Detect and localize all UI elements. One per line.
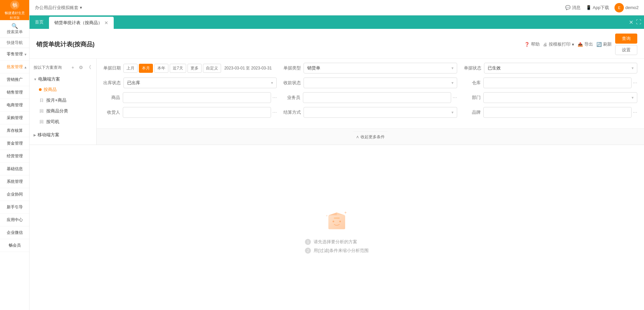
tab-home[interactable]: 首页 (30, 15, 49, 29)
quick-nav-label: 快捷导航 (0, 40, 29, 46)
help-btn[interactable]: ❓ 帮助 (524, 41, 540, 47)
sidebar-item-ecommerce[interactable]: 电商管理 (0, 99, 29, 112)
app-logo[interactable]: 畅 畅捷通好生意 标准版 (0, 0, 29, 20)
filter-field-goods: 商品 ··· (103, 92, 277, 103)
receiver-dots-btn[interactable]: ··· (272, 109, 277, 115)
doc-status-select[interactable]: 已生效 ▾ (484, 63, 637, 73)
message-btn[interactable]: 💬 消息 (565, 5, 581, 11)
scheme-item-by-cashier[interactable]: 回 按司机 (30, 116, 96, 127)
settings-btn[interactable]: 设置 (615, 45, 637, 55)
download-icon: 📱 (586, 5, 591, 10)
outbound-select[interactable]: 已出库 ▾ (123, 78, 277, 88)
sidebar-item-apps[interactable]: 应用中心 (0, 214, 29, 226)
date-control: 上月 本月 本年 近7天 更多 自定义 2023-03-01 至 2023-03… (123, 64, 277, 73)
scheme-add-btn[interactable]: + (69, 64, 76, 71)
brand-dots-btn[interactable]: ··· (633, 109, 637, 115)
date-btn-this-year[interactable]: 本年 (154, 64, 168, 73)
filter-field-warehouse: 仓库 ··· (464, 78, 637, 88)
export-btn[interactable]: 📤 导出 (578, 41, 593, 47)
sidebar-item-procurement[interactable]: 采购管理 (0, 112, 29, 124)
sidebar-item-inventory[interactable]: 库存核算 (0, 124, 29, 137)
print-template-btn[interactable]: 🖨 按模板打印 ▾ (543, 41, 574, 47)
goods-control: ··· (123, 92, 277, 103)
query-btn[interactable]: 查询 (615, 34, 637, 44)
payment-select[interactable]: ▾ (304, 78, 457, 88)
sidebar-item-member[interactable]: 畅会员 (0, 239, 29, 252)
brand-input[interactable] (483, 107, 632, 118)
date-btn-7days[interactable]: 近7天 (170, 64, 186, 73)
message-label: 消息 (572, 5, 581, 11)
salesman-dots-btn[interactable]: ··· (452, 95, 457, 101)
scheme-item-by-goods[interactable]: 按商品 (30, 84, 96, 95)
goods-dots-btn[interactable]: ··· (272, 95, 277, 101)
scheme-item-by-category[interactable]: 回 按商品分类 (30, 106, 96, 116)
quick-nav[interactable]: 快捷导航 (0, 38, 29, 48)
sidebar-item-wechat[interactable]: 企业微信 (0, 226, 29, 239)
sidebar-sales-label: 销售管理 (0, 90, 29, 95)
date-btn-custom[interactable]: 自定义 (203, 64, 221, 73)
date-btn-last-month[interactable]: 上月 (123, 64, 138, 73)
pc-group-label: 电脑端方案 (38, 76, 60, 82)
doc-type-value: 销货单 (307, 65, 320, 71)
date-btn-more[interactable]: 更多 (187, 64, 202, 73)
scheme-panel-title: 按以下方案查询 (34, 65, 67, 70)
scheme-settings-btn[interactable]: ⚙ (77, 64, 84, 71)
sidebar-item-enterprise[interactable]: 企业协同 (0, 188, 29, 201)
sidebar-item-system[interactable]: 系统管理 (0, 175, 29, 188)
sidebar-item-newbie[interactable]: 新手引导 (0, 201, 29, 214)
empty-tip-1: 1 请先选择要分析的方案 (305, 239, 368, 245)
tab-bar-actions: ✕ ⛶ (629, 19, 644, 25)
tab-close-icon[interactable]: ✕ (104, 20, 108, 25)
salesman-input[interactable] (303, 92, 451, 103)
filter-collapse-area: ∧ 收起更多条件 (97, 128, 644, 145)
collapse-btn[interactable]: ∧ 收起更多条件 (353, 131, 387, 143)
refresh-btn[interactable]: 🔄 刷新 (596, 41, 612, 47)
dept-control: ▾ (483, 92, 637, 103)
scheme-category-icon: 回 (39, 108, 44, 114)
tab-close-btn[interactable]: ✕ (629, 19, 633, 25)
sidebar-item-marketing[interactable]: 营销推广 (0, 73, 29, 86)
doc-type-arrow-icon: ▾ (451, 66, 453, 70)
industry-selector[interactable]: 办公用品行业模拟账套 ▾ (35, 5, 82, 11)
scheme-collapse-btn[interactable]: 《 (86, 64, 92, 71)
sidebar-item-retail[interactable]: 零售管理 ▼ (0, 48, 29, 61)
receiver-input[interactable] (123, 107, 271, 118)
sidebar-item-sales[interactable]: 销售管理 (0, 86, 29, 99)
receiver-label: 收货人 (103, 109, 120, 115)
sales-stats-tab-label: 销货单统计表（按商品） (54, 20, 102, 26)
scheme-by-category-label: 按商品分类 (46, 108, 68, 114)
dept-select[interactable]: ▾ (483, 92, 637, 103)
print-dropdown-icon: ▾ (572, 42, 574, 47)
help-label: 帮助 (531, 41, 540, 47)
settlement-select[interactable]: ▾ (304, 107, 457, 118)
sidebar-newbie-label: 新手引导 (0, 204, 29, 210)
warehouse-dots-btn[interactable]: ··· (633, 80, 637, 86)
user-profile[interactable]: E demo2 (614, 3, 639, 12)
sidebar-enterprise-label: 企业协同 (0, 192, 29, 197)
tab-sales-stats[interactable]: 销货单统计表（按商品） ✕ (49, 17, 114, 29)
sidebar-ecommerce-label: 电商管理 (0, 102, 29, 108)
date-btn-this-month[interactable]: 本月 (139, 64, 153, 73)
scheme-item-by-month-goods[interactable]: 日 按月+商品 (30, 95, 96, 106)
tab-maximize-btn[interactable]: ⛶ (636, 19, 641, 25)
sidebar-item-finance[interactable]: 资金管理 (0, 137, 29, 150)
sidebar-item-operation[interactable]: 经营管理 (0, 150, 29, 163)
filter-row-3: 商品 ··· 业务员 ··· (103, 92, 637, 103)
page-title: 销货单统计表(按商品) (36, 40, 95, 48)
app-download-btn[interactable]: 📱 App下载 (586, 5, 609, 11)
sidebar-item-wholesale[interactable]: 批发管理 ▲ (0, 61, 29, 73)
scheme-group-mobile-header[interactable]: ▶ 移动端方案 (30, 130, 96, 140)
goods-input[interactable] (123, 92, 271, 103)
search-menu[interactable]: 🔍 搜索菜单 (0, 20, 29, 38)
settlement-label: 结算方式 (283, 109, 301, 115)
warehouse-input[interactable] (483, 78, 632, 88)
doc-status-value: 已生效 (488, 65, 501, 71)
mobile-group-label: 移动端方案 (38, 132, 59, 138)
filter-fields: 单据日期 上月 本月 本年 近7天 更多 自定义 20 (97, 59, 644, 126)
page-content: 销货单统计表(按商品) ❓ 帮助 🖨 按模板打印 ▾ 📤 导出 🔄 刷新 (30, 29, 644, 310)
sidebar-item-basic[interactable]: 基础信息 (0, 163, 29, 175)
scheme-group-pc-header[interactable]: ▼ 电脑端方案 (30, 74, 96, 84)
doc-type-select[interactable]: 销货单 ▾ (304, 63, 457, 73)
page-header: 销货单统计表(按商品) ❓ 帮助 🖨 按模板打印 ▾ 📤 导出 🔄 刷新 (30, 29, 644, 59)
filter-section: 按以下方案查询 + ⚙ 《 ▼ 电脑端方案 按商品 (30, 59, 644, 145)
